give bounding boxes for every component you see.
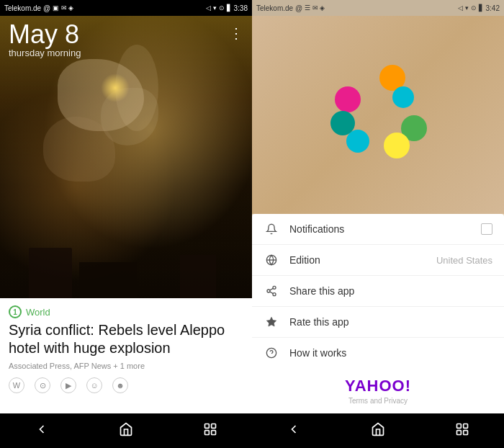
news-category: 1 World bbox=[9, 305, 243, 318]
svg-point-5 bbox=[273, 293, 276, 296]
news-source: Associated Press, AFP News + 1 more bbox=[9, 362, 243, 370]
left-signal-icons: ▣ ✉ ◈ bbox=[53, 4, 73, 12]
left-home-button[interactable] bbox=[113, 419, 139, 443]
right-nav bbox=[252, 413, 504, 448]
left-nav-icon: ◁ ▾ bbox=[206, 4, 217, 12]
menu-item-howit[interactable]: How it works bbox=[252, 338, 504, 368]
yahoo-footer: YAHOO! Terms and Privacy bbox=[252, 368, 504, 413]
nav-bar bbox=[0, 413, 504, 448]
edition-label: Edition bbox=[289, 254, 436, 266]
bell-icon bbox=[264, 223, 279, 235]
rate-label: Rate this app bbox=[289, 316, 492, 328]
left-time: 3:38 bbox=[234, 4, 248, 12]
svg-rect-14 bbox=[204, 430, 209, 434]
hero-image: May 8 thursday morning ⋮ bbox=[0, 16, 252, 298]
yellow-dot bbox=[384, 133, 410, 158]
left-back-button[interactable] bbox=[29, 419, 55, 443]
dots-circle bbox=[320, 58, 436, 173]
svg-point-0 bbox=[271, 224, 271, 225]
news-icon-emoji[interactable]: ☻ bbox=[112, 377, 128, 393]
left-status-left: Telekom.de @ ▣ ✉ ◈ bbox=[4, 4, 73, 12]
svg-rect-16 bbox=[463, 424, 467, 428]
news-card: 1 World Syria conflict: Rebels level Ale… bbox=[0, 298, 252, 413]
news-icon-video[interactable]: ▶ bbox=[60, 377, 76, 393]
svg-marker-8 bbox=[266, 317, 276, 326]
right-home-button[interactable] bbox=[365, 419, 391, 443]
svg-rect-11 bbox=[204, 424, 209, 428]
svg-rect-12 bbox=[211, 424, 215, 428]
left-wifi-icon: ⊙ bbox=[219, 4, 225, 12]
question-icon bbox=[264, 347, 279, 359]
day-text: thursday morning bbox=[9, 48, 81, 58]
menu-item-share[interactable]: Share this app bbox=[252, 276, 504, 307]
right-status-right: ◁ ▾ ⊙ ▋ 3:42 bbox=[458, 4, 500, 12]
right-screen: Telekom.de @ ☰ ✉ ◈ ◁ ▾ ⊙ ▋ 3:42 bbox=[252, 0, 504, 413]
right-status-left: Telekom.de @ ☰ ✉ ◈ bbox=[256, 4, 325, 12]
menu-item-rate[interactable]: Rate this app bbox=[252, 307, 504, 338]
news-headline[interactable]: Syria conflict: Rebels level Aleppo hote… bbox=[9, 321, 243, 357]
right-recent-button[interactable] bbox=[449, 419, 475, 443]
right-wifi-icon: ⊙ bbox=[471, 4, 477, 12]
left-signal-bar: ▋ bbox=[227, 4, 232, 12]
category-number: 1 bbox=[9, 305, 22, 318]
svg-line-6 bbox=[270, 292, 274, 294]
date-text: May 8 bbox=[9, 22, 81, 48]
news-action-icons: W ⊙ ▶ ☺ ☻ bbox=[9, 377, 243, 393]
menu-item-edition[interactable]: Edition United States bbox=[252, 245, 504, 276]
dark-teal-dot bbox=[330, 111, 355, 135]
star-icon bbox=[264, 316, 279, 328]
right-status-bar: Telekom.de @ ☰ ✉ ◈ ◁ ▾ ⊙ ▋ 3:42 bbox=[252, 0, 504, 16]
left-status-bar: Telekom.de @ ▣ ✉ ◈ ◁ ▾ ⊙ ▋ 3:38 bbox=[0, 0, 252, 16]
svg-point-3 bbox=[273, 286, 276, 289]
svg-rect-17 bbox=[463, 430, 467, 434]
teal-dot bbox=[392, 86, 414, 108]
menu-item-notifications[interactable]: Notifications bbox=[252, 214, 504, 245]
share-label: Share this app bbox=[289, 285, 492, 297]
news-icon-location[interactable]: ⊙ bbox=[35, 377, 50, 393]
left-carrier: Telekom.de @ bbox=[4, 4, 50, 12]
right-nav-icon: ◁ ▾ bbox=[458, 4, 469, 12]
pink-dot bbox=[335, 86, 361, 112]
right-back-button[interactable] bbox=[281, 419, 307, 443]
menu-area: Notifications Edition United States bbox=[252, 214, 504, 368]
news-icon-person[interactable]: ☺ bbox=[86, 377, 102, 393]
notifications-label: Notifications bbox=[289, 223, 481, 235]
news-icon-w[interactable]: W bbox=[9, 377, 24, 393]
more-options-button[interactable]: ⋮ bbox=[229, 24, 243, 42]
right-signal-icons: ☰ ✉ ◈ bbox=[305, 4, 325, 12]
notifications-checkbox[interactable] bbox=[481, 223, 492, 235]
globe-icon bbox=[264, 254, 279, 266]
svg-rect-15 bbox=[456, 424, 461, 428]
date-header: May 8 thursday morning bbox=[9, 22, 81, 58]
yahoo-logo[interactable]: YAHOO! bbox=[345, 377, 411, 395]
edition-value: United States bbox=[436, 255, 492, 266]
right-time: 3:42 bbox=[486, 4, 500, 12]
left-screen: Telekom.de @ ▣ ✉ ◈ ◁ ▾ ⊙ ▋ 3:38 bbox=[0, 0, 252, 413]
svg-rect-13 bbox=[211, 430, 215, 434]
yahoo-sub[interactable]: Terms and Privacy bbox=[348, 397, 408, 405]
category-label: World bbox=[26, 307, 50, 318]
right-signal-bar: ▋ bbox=[479, 4, 484, 12]
right-carrier: Telekom.de @ bbox=[256, 4, 302, 12]
logo-area bbox=[252, 16, 504, 214]
svg-rect-18 bbox=[456, 430, 461, 434]
svg-point-4 bbox=[267, 290, 270, 292]
svg-line-7 bbox=[270, 288, 274, 290]
left-status-right: ◁ ▾ ⊙ ▋ 3:38 bbox=[206, 4, 248, 12]
left-nav bbox=[0, 413, 252, 448]
left-recent-button[interactable] bbox=[197, 419, 223, 443]
howit-label: How it works bbox=[289, 347, 492, 359]
share-icon bbox=[264, 285, 279, 297]
